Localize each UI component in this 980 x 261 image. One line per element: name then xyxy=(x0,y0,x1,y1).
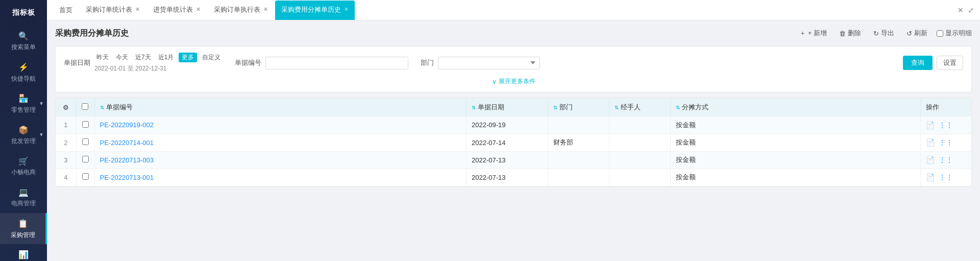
date-shortcut-today[interactable]: 今天 xyxy=(114,53,130,62)
doc-number-link[interactable]: PE-20220713-001 xyxy=(100,174,154,181)
delete-button[interactable]: 🗑 删除 xyxy=(836,27,864,40)
refresh-button[interactable]: ↺ 刷新 xyxy=(903,27,930,40)
row-number: 2 xyxy=(56,134,76,151)
date-shortcut-1month[interactable]: 近1月 xyxy=(156,53,176,62)
add-button[interactable]: ＋ + 新增 xyxy=(796,27,830,40)
mini-shop-icon: 🛒 xyxy=(2,156,45,167)
data-table: ⚙ ⇅ 单据编号 xyxy=(55,98,972,187)
close-icon[interactable]: ✕ xyxy=(196,6,201,13)
dept-select[interactable] xyxy=(438,57,540,69)
row-checkbox[interactable] xyxy=(76,169,94,186)
th-checkbox[interactable] xyxy=(76,98,94,116)
sort-icon: ⇅ xyxy=(676,105,680,110)
query-button[interactable]: 查询 xyxy=(903,56,933,70)
date-filter: 单据日期 昨天 今天 近7天 近1月 更多 自定义 2022-01-01 至 2… xyxy=(64,53,223,73)
show-cols-toggle[interactable]: 显示明细 xyxy=(937,29,972,38)
sidebar-item-inventory[interactable]: 📊 库存核算 xyxy=(0,244,47,261)
th-handler[interactable]: ⇅ 经手人 xyxy=(609,98,671,116)
sidebar-item-label: 小畅电商 xyxy=(11,169,36,176)
more-icon[interactable]: ⋮⋮ xyxy=(939,173,953,181)
row-select-checkbox[interactable] xyxy=(82,156,89,162)
doc-number-input[interactable] xyxy=(265,57,408,69)
doc-date-cell: 2022-07-14 xyxy=(467,134,548,151)
sidebar-item-mini-shop[interactable]: 🛒 小畅电商 xyxy=(0,151,47,182)
sidebar-item-label: 电商管理 xyxy=(11,200,36,207)
sidebar-item-search[interactable]: 🔍 搜索菜单 xyxy=(0,26,47,57)
tab-goods-in-stats[interactable]: 进货单统计表 ✕ xyxy=(147,1,207,20)
sidebar-item-label: 搜索菜单 xyxy=(11,43,36,51)
filter-buttons: 查询 设置 xyxy=(903,56,963,70)
split-method-cell: 按金额 xyxy=(671,134,920,151)
close-all-icon[interactable]: ✕ xyxy=(958,6,964,14)
sidebar-item-ecommerce[interactable]: 💻 电商管理 xyxy=(0,182,47,213)
tab-controls: ✕ ⤢ xyxy=(958,6,974,14)
table-row: 3 PE-20220713-003 2022-07-13 按金额 📄 ⋮⋮ xyxy=(56,151,971,169)
doc-number-link[interactable]: PE-20220714-001 xyxy=(100,139,154,147)
purchase-icon: 📋 xyxy=(2,218,43,229)
row-select-checkbox[interactable] xyxy=(82,173,89,180)
sort-icon: ⇅ xyxy=(472,105,476,110)
chevron-down-icon: ▼ xyxy=(39,131,44,138)
chevron-down-icon: ▼ xyxy=(39,100,44,107)
sidebar: 指标板 🔍 搜索菜单 ⚡ 快捷导航 🏪 零售管理 ▼ 📦 批发管理 ▼ 🛒 小畅… xyxy=(0,0,47,261)
filter-bar: 单据日期 昨天 今天 近7天 近1月 更多 自定义 2022-01-01 至 2… xyxy=(55,46,972,92)
split-method-cell: 按金额 xyxy=(671,169,920,186)
expand-icon[interactable]: ⤢ xyxy=(968,6,974,14)
dept-cell xyxy=(548,151,609,169)
row-select-checkbox[interactable] xyxy=(82,121,89,128)
sidebar-item-purchase[interactable]: 📋 采购管理 xyxy=(0,213,47,244)
inventory-icon: 📊 xyxy=(2,249,45,260)
export-button[interactable]: ↻ 导出 xyxy=(870,27,897,40)
settings-icon[interactable]: ⚙ xyxy=(63,104,69,111)
view-icon[interactable]: 📄 xyxy=(926,173,935,181)
close-icon[interactable]: ✕ xyxy=(344,6,349,13)
export-icon: ↻ xyxy=(873,30,879,37)
page-header: 采购费用分摊单历史 ＋ + 新增 🗑 删除 ↻ 导出 ↺ 刷新 xyxy=(55,27,972,40)
doc-date-cell: 2022-09-19 xyxy=(467,116,548,134)
view-icon[interactable]: 📄 xyxy=(926,156,935,164)
tab-home[interactable]: 首页 xyxy=(53,1,79,20)
sidebar-item-wholesale[interactable]: 📦 批发管理 ▼ xyxy=(0,120,47,151)
view-icon[interactable]: 📄 xyxy=(926,138,935,147)
th-settings[interactable]: ⚙ xyxy=(56,98,76,116)
date-shortcut-yesterday[interactable]: 昨天 xyxy=(94,53,111,62)
th-dept[interactable]: ⇅ 部门 xyxy=(548,98,609,116)
row-select-checkbox[interactable] xyxy=(82,138,89,145)
th-split-method[interactable]: ⇅ 分摊方式 xyxy=(671,98,920,116)
date-shortcut-more[interactable]: 更多 xyxy=(179,53,197,62)
view-icon[interactable]: 📄 xyxy=(926,121,935,129)
doc-number-link[interactable]: PE-20220919-002 xyxy=(100,121,154,129)
setting-button[interactable]: 设置 xyxy=(937,56,963,70)
doc-number-cell: PE-20220713-003 xyxy=(94,151,467,169)
plus-icon: ＋ xyxy=(799,29,806,38)
tab-home-label: 首页 xyxy=(59,6,72,15)
tab-purchase-fee-history[interactable]: 采购费用分摊单历史 ✕ xyxy=(275,1,355,20)
more-icon[interactable]: ⋮⋮ xyxy=(939,121,953,129)
sidebar-item-label: 批发管理 xyxy=(11,137,36,145)
doc-number-cell: PE-20220713-001 xyxy=(94,169,467,186)
date-shortcut-7days[interactable]: 近7天 xyxy=(133,53,153,62)
tab-purchase-order-exec[interactable]: 采购订单执行表 ✕ xyxy=(208,1,274,20)
th-doc-date[interactable]: ⇅ 单据日期 xyxy=(467,98,548,116)
date-shortcut-custom[interactable]: 自定义 xyxy=(200,53,223,62)
close-icon[interactable]: ✕ xyxy=(263,6,268,13)
handler-cell xyxy=(609,151,671,169)
doc-number-link[interactable]: PE-20220713-003 xyxy=(100,156,154,164)
more-icon[interactable]: ⋮⋮ xyxy=(939,156,953,164)
doc-number-label: 单据编号 xyxy=(235,58,261,67)
row-checkbox[interactable] xyxy=(76,116,94,134)
show-cols-checkbox[interactable] xyxy=(937,30,943,37)
dept-cell xyxy=(548,169,609,186)
more-icon[interactable]: ⋮⋮ xyxy=(939,138,953,147)
row-checkbox[interactable] xyxy=(76,134,94,151)
tab-purchase-order-stats[interactable]: 采购订单统计表 ✕ xyxy=(80,1,146,20)
sidebar-item-quick-nav[interactable]: ⚡ 快捷导航 xyxy=(0,57,47,88)
select-all-checkbox[interactable] xyxy=(82,103,88,110)
sidebar-item-retail[interactable]: 🏪 零售管理 ▼ xyxy=(0,88,47,119)
row-checkbox[interactable] xyxy=(76,151,94,169)
close-icon[interactable]: ✕ xyxy=(135,6,140,13)
th-doc-number[interactable]: ⇅ 单据编号 xyxy=(94,98,467,116)
handler-cell xyxy=(609,169,671,186)
expand-more-button[interactable]: ∨ 展开更多条件 xyxy=(64,77,963,86)
sidebar-item-label: 采购管理 xyxy=(11,231,35,239)
